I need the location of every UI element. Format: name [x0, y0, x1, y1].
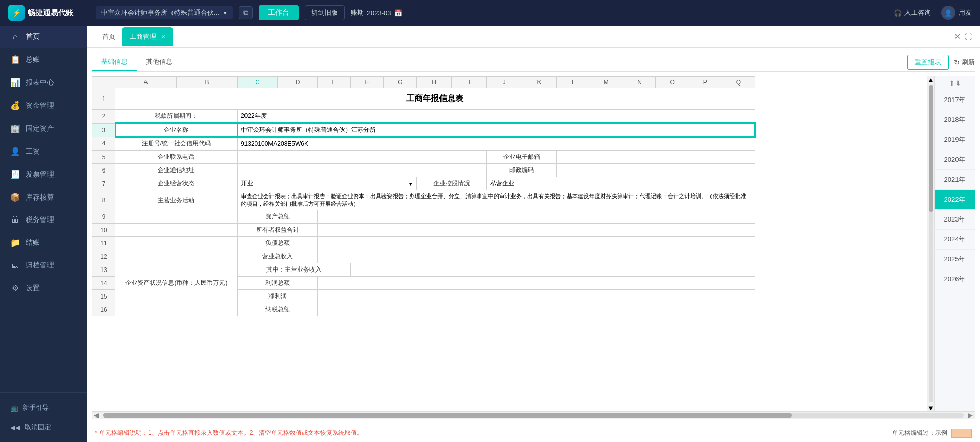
postcode-value[interactable]: [557, 164, 755, 177]
col-header-e[interactable]: E: [317, 77, 351, 88]
sidebar-item-reports[interactable]: 📊 报表中心: [0, 71, 87, 94]
horizontal-scrollbar[interactable]: ◀ ▶: [92, 411, 975, 419]
vertical-scrollbar[interactable]: ▲ ▼: [927, 76, 934, 411]
maximize-button[interactable]: ⛶: [965, 32, 972, 41]
table-row: 5 企业联系电话 企业电子邮箱: [92, 151, 755, 164]
tab-close-icon[interactable]: ×: [161, 33, 165, 40]
company-name-label: 企业名称: [115, 123, 238, 137]
total-assets-value[interactable]: [317, 210, 755, 224]
spreadsheet[interactable]: A B C D E F G H I J: [92, 76, 927, 411]
year-2022[interactable]: 2022年: [935, 190, 975, 210]
col-header-n[interactable]: N: [623, 77, 656, 88]
col-header-f[interactable]: F: [351, 77, 384, 88]
revenue-value[interactable]: [317, 250, 755, 263]
inventory-icon: 📦: [10, 192, 20, 202]
unpin-sidebar[interactable]: ◀◀ 取消固定: [0, 418, 87, 437]
col-header-k[interactable]: K: [522, 77, 557, 88]
sidebar-label-funds: 资金管理: [26, 101, 54, 110]
sidebar-item-inventory[interactable]: 📦 库存核算: [0, 186, 87, 209]
sidebar-item-tax[interactable]: 🏛 税务管理: [0, 209, 87, 231]
year-2026[interactable]: 2026年: [935, 269, 975, 289]
holding-value[interactable]: 私营企业: [487, 177, 755, 190]
reg-no-value[interactable]: 91320100MA208E5W6K: [237, 137, 755, 151]
col-header-d[interactable]: D: [278, 77, 317, 88]
refresh-button[interactable]: ↻ 刷新: [954, 55, 975, 70]
edit-hint: * 单元格编辑说明：1、点击单元格直接录入数值或文本。2、清空单元格数值或文本恢…: [95, 429, 363, 437]
year-2019[interactable]: 2019年: [935, 130, 975, 150]
new-user-guide[interactable]: 📺 新手引导: [0, 398, 87, 418]
h-scroll-left-button[interactable]: ◀: [92, 411, 101, 419]
sidebar-item-home[interactable]: ⌂ 首页: [0, 26, 87, 48]
status-value[interactable]: 开业 ▼: [237, 177, 416, 190]
col-header-p[interactable]: P: [689, 77, 722, 88]
main-revenue-value[interactable]: [351, 263, 755, 277]
year-2017[interactable]: 2017年: [935, 90, 975, 110]
sidebar-item-assets[interactable]: 🏢 固定资产: [0, 117, 87, 140]
address-label: 企业通信地址: [115, 164, 238, 177]
scroll-down-button[interactable]: ▼: [927, 404, 934, 411]
col-header-g[interactable]: G: [383, 77, 416, 88]
col-header-b[interactable]: B: [176, 77, 237, 88]
col-header-c[interactable]: C: [237, 77, 277, 88]
year-2025[interactable]: 2025年: [935, 250, 975, 269]
sidebar-item-salary[interactable]: 👤 工资: [0, 140, 87, 163]
company-name-value[interactable]: 中审众环会计师事务所（特殊普通合伙）江苏分所: [237, 123, 755, 137]
workbench-button[interactable]: 工作台: [259, 5, 299, 20]
phone-value[interactable]: [237, 151, 486, 164]
sidebar-item-funds[interactable]: 💰 资金管理: [0, 94, 87, 117]
equity-value[interactable]: [317, 224, 755, 237]
col-header-a[interactable]: A: [115, 77, 177, 88]
funds-icon: 💰: [10, 101, 20, 110]
liabilities-value[interactable]: [317, 237, 755, 250]
year-list: 2017年 2018年 2019年 2020年 2021年 2022年 2023…: [935, 90, 975, 411]
status-bar: * 单元格编辑说明：1、点击单元格直接录入数值或文本。2、清空单元格数值或文本恢…: [87, 424, 980, 442]
example-cell: [951, 429, 972, 438]
old-version-button[interactable]: 切到旧版: [305, 5, 345, 20]
period-value-cell[interactable]: 2022年度: [237, 110, 755, 124]
col-header-o[interactable]: O: [656, 77, 689, 88]
user-menu[interactable]: 👤 用友: [941, 6, 972, 20]
address-value[interactable]: [237, 164, 486, 177]
col-header-i[interactable]: I: [452, 77, 487, 88]
col-header-h[interactable]: H: [416, 77, 452, 88]
email-value[interactable]: [557, 151, 755, 164]
h-scroll-right-button[interactable]: ▶: [966, 411, 975, 419]
copy-icon: ⧉: [243, 9, 248, 16]
col-header-m[interactable]: M: [590, 77, 623, 88]
net-profit-value[interactable]: [317, 290, 755, 303]
sub-tab-other[interactable]: 其他信息: [137, 53, 182, 71]
sidebar-item-close[interactable]: 📁 结账: [0, 231, 87, 254]
profit-value[interactable]: [317, 277, 755, 290]
tax-total-value[interactable]: [317, 303, 755, 316]
scroll-up-button[interactable]: ▲: [927, 76, 934, 83]
sidebar-item-archive[interactable]: 🗂 归档管理: [0, 254, 87, 277]
sidebar-item-invoice[interactable]: 🧾 发票管理: [0, 163, 87, 186]
tab-business[interactable]: 工商管理 ×: [122, 27, 173, 46]
year-2020[interactable]: 2020年: [935, 150, 975, 170]
sub-tab-basic[interactable]: 基础信息: [92, 53, 137, 71]
year-2024[interactable]: 2024年: [935, 230, 975, 250]
business-label: 主营业务活动: [115, 190, 238, 210]
col-header-q[interactable]: Q: [722, 77, 755, 88]
year-panel-down-button[interactable]: ⬇: [955, 79, 961, 87]
reset-report-button[interactable]: 重置报表: [907, 55, 949, 70]
col-header-l[interactable]: L: [557, 77, 590, 88]
year-panel-up-button[interactable]: ⬆: [949, 79, 955, 87]
close-window-button[interactable]: ✕: [954, 32, 961, 41]
year-2021[interactable]: 2021年: [935, 170, 975, 190]
company-selector[interactable]: 中审众环会计师事务所（特殊普通合伙... ▼: [96, 6, 233, 19]
year-2023[interactable]: 2023年: [935, 210, 975, 230]
sidebar-item-settings[interactable]: ⚙ 设置: [0, 277, 87, 300]
sidebar-item-ledger[interactable]: 📋 总账: [0, 48, 87, 71]
business-value[interactable]: 审查企业会计报表；出具审计报告；验证企业资本；出具验资报告；办理企业合开、分立、…: [237, 190, 755, 210]
year-2018[interactable]: 2018年: [935, 110, 975, 130]
calendar-icon[interactable]: 📅: [394, 9, 402, 17]
tab-home[interactable]: 首页: [95, 27, 122, 46]
sidebar-label-invoice: 发票管理: [26, 170, 54, 179]
status-label: 企业经营状态: [115, 177, 238, 190]
spreadsheet-container: 基础信息 其他信息 重置报表 ↻ 刷新: [87, 48, 980, 424]
copy-button[interactable]: ⧉: [239, 6, 253, 19]
support-button[interactable]: 🎧 人工咨询: [894, 8, 931, 17]
col-header-j[interactable]: J: [487, 77, 522, 88]
sidebar-label-ledger: 总账: [26, 55, 40, 64]
